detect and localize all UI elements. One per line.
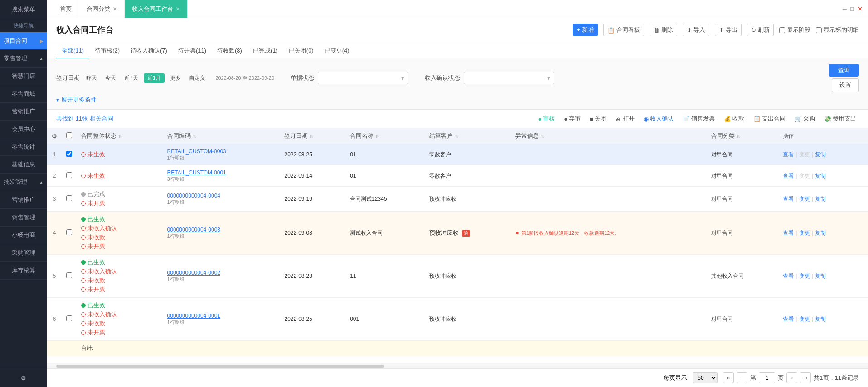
code-link[interactable]: 0000000000004-0002 [167,270,220,276]
close-tab-income-workbench[interactable]: ✕ [176,6,180,12]
th-name[interactable]: 合同名称⇅ [345,128,425,144]
sidebar-item-retail-mgmt[interactable]: 零售管理 ▲ [0,50,47,68]
minimize-btn[interactable]: ─ [843,5,847,12]
sidebar-item-member[interactable]: 会员中心 [0,121,47,138]
copy-action[interactable]: 复制 [815,195,826,203]
th-category[interactable]: 合同分类⇅ [707,128,779,144]
refresh-btn[interactable]: ↻ 刷新 [747,24,774,36]
th-status[interactable]: 合同整体状态⇅ [77,128,163,144]
copy-action[interactable]: 复制 [815,272,826,280]
sidebar-item-retail-stats[interactable]: 零售统计 [0,138,47,156]
abandon-btn[interactable]: ● 弃审 [561,113,583,124]
income-confirm-btn[interactable]: ◉ 收入确认 [641,113,676,124]
cell-checkbox[interactable] [62,298,77,341]
tab-income-workbench[interactable]: 收入合同工作台 ✕ [125,0,188,18]
sidebar-settings-btn[interactable]: ⚙ [0,369,47,387]
cell-checkbox[interactable] [62,212,77,255]
sidebar-item-sales-mgmt[interactable]: 销售管理 [0,209,47,227]
copy-action[interactable]: 复制 [815,172,826,180]
sidebar-item-inventory[interactable]: 库存核算 [0,262,47,280]
horizontal-scrollbar[interactable] [47,363,868,368]
view-action[interactable]: 查看 [783,172,794,180]
date-opt-last-month[interactable]: 近1月 [144,73,165,83]
code-link[interactable]: RETAIL_CUSTOM-0001 [167,169,226,176]
filter-tab-completed[interactable]: 已完成(1) [247,44,283,58]
new-btn[interactable]: + 新增 [573,24,598,36]
sidebar-item-project[interactable]: 项目合同 ▶ [0,32,47,50]
th-code[interactable]: 合同编码⇅ [163,128,280,144]
sales-invoice-btn[interactable]: 📄 销售发票 [680,113,718,124]
out-contract-btn[interactable]: 📋 支出合同 [751,113,788,124]
cell-checkbox[interactable] [62,187,77,212]
cell-checkbox[interactable] [62,255,77,298]
sidebar-item-purchase[interactable]: 采购管理 [0,244,47,262]
filter-tab-pending-income[interactable]: 待收入确认(7) [125,44,173,58]
view-action[interactable]: 查看 [783,151,794,159]
purchase-btn[interactable]: 🛒 采购 [792,113,818,124]
sidebar-item-mkt-promo2[interactable]: 营销推广 [0,191,47,209]
th-settings[interactable]: ⚙ [47,128,62,144]
collect-btn[interactable]: 💰 收款 [721,113,747,124]
th-customer[interactable]: 结算客户⇅ [425,128,511,144]
filter-tab-changed[interactable]: 已变更(4) [319,44,355,58]
code-link[interactable]: 0000000000004-0004 [167,193,220,199]
maximize-btn[interactable]: □ [850,5,854,12]
settings-icon[interactable]: ⚙ [52,133,57,140]
contract-board-btn[interactable]: 📋 合同看板 [603,24,644,36]
view-action[interactable]: 查看 [783,272,794,280]
th-error-info[interactable]: 异常信息⇅ [511,128,707,144]
first-page-btn[interactable]: « [723,372,734,383]
copy-action[interactable]: 复制 [815,229,826,237]
sidebar-search[interactable]: 搜索菜单 [0,0,47,19]
filter-tab-closed[interactable]: 已关闭(0) [283,44,319,58]
filter-tab-all[interactable]: 全部(11) [56,44,89,58]
filter-tab-pending-collect[interactable]: 待收款(8) [212,44,247,58]
view-action[interactable]: 查看 [783,229,794,237]
change-action[interactable]: 变更 [799,151,810,159]
import-btn[interactable]: ⬇ 导入 [683,24,709,36]
date-opt-last7[interactable]: 近7天 [121,73,141,83]
query-btn[interactable]: 查询 [829,64,859,77]
view-action[interactable]: 查看 [783,195,794,203]
change-action[interactable]: 变更 [799,195,810,203]
close-tab-contract-cat[interactable]: ✕ [113,6,117,12]
next-page-btn[interactable]: › [786,372,797,383]
expand-conditions-btn[interactable]: ▾ 展开更多条件 [56,96,859,104]
th-sign-date[interactable]: 签订日期⇅ [280,128,345,144]
date-opt-yesterday[interactable]: 昨天 [83,73,100,83]
prev-page-btn[interactable]: ‹ [737,372,747,383]
sidebar-item-base-info[interactable]: 基础信息 [0,156,47,174]
code-link[interactable]: RETAIL_CUSTOM-0003 [167,148,226,155]
setting-btn[interactable]: 设置 [832,78,859,92]
date-opt-more[interactable]: 更多 [167,73,184,83]
cell-checkbox[interactable] [62,144,77,165]
show-stage-checkbox[interactable]: 显示阶段 [779,26,810,34]
export-btn[interactable]: ⬆ 导出 [715,24,742,36]
change-action[interactable]: 变更 [799,315,810,323]
last-page-btn[interactable]: » [800,372,811,383]
code-link[interactable]: 0000000000004-0003 [167,227,220,233]
code-link[interactable]: 0000000000004-0001 [167,313,220,319]
audit-btn[interactable]: ● 审核 [535,113,558,124]
page-size-select[interactable]: 50 10 20 100 [693,372,718,383]
delete-btn[interactable]: 🗑 删除 [650,24,677,36]
date-opt-custom[interactable]: 自定义 [186,73,208,83]
show-detail-checkbox[interactable]: 显示标的明细 [816,26,859,34]
filter-tab-pending-review[interactable]: 待审核(2) [89,44,125,58]
change-action[interactable]: 变更 [799,172,810,180]
close-contract-btn[interactable]: ■ 关闭 [587,113,609,124]
view-action[interactable]: 查看 [783,315,794,323]
expense-out-btn[interactable]: 💸 费用支出 [821,113,859,124]
print-btn[interactable]: 🖨 打开 [613,113,637,124]
select-all-checkbox[interactable] [66,132,72,138]
page-number-input[interactable] [759,372,775,383]
change-action[interactable]: 变更 [799,229,810,237]
status-select[interactable]: ▾ [318,72,408,84]
tab-home[interactable]: 首页 [53,0,79,18]
sidebar-item-xiaochangec[interactable]: 小畅电商 [0,227,47,244]
sidebar-item-batch-mgmt[interactable]: 批发管理 ▲ [0,174,47,191]
income-confirm-select[interactable]: ▾ [464,72,554,84]
sidebar-item-smart-store[interactable]: 智慧门店 [0,68,47,85]
sidebar-item-retail-mall[interactable]: 零售商城 [0,85,47,103]
filter-tab-pending-invoice[interactable]: 待开票(11) [173,44,212,58]
